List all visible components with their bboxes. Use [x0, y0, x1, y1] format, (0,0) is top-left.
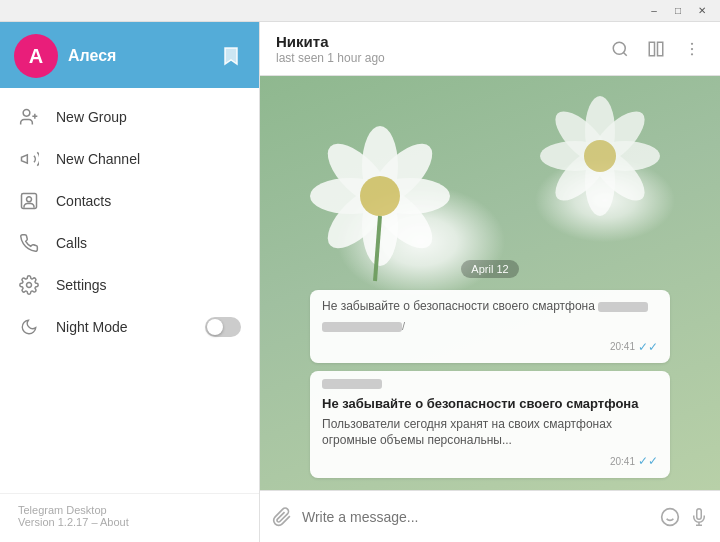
blurred-text-1: [598, 302, 648, 312]
message-2-preview: Пользователи сегодня хранят на своих сма…: [322, 416, 658, 450]
username: Алеся: [68, 47, 207, 65]
blurred-link: [322, 322, 402, 332]
group-icon: [18, 106, 40, 128]
chat-contact-name: Никита: [276, 33, 596, 50]
channel-icon: [18, 148, 40, 170]
svg-point-7: [691, 42, 693, 44]
search-button[interactable]: [604, 33, 636, 65]
sidebar-menu: New Group New Channel Contacts: [0, 88, 259, 493]
svg-point-18: [360, 176, 400, 216]
menu-label-new-group: New Group: [56, 109, 127, 125]
window-controls: – □ ✕: [644, 3, 712, 19]
sidebar-header: А Алеся: [0, 22, 259, 88]
night-mode-icon: [18, 316, 40, 338]
contacts-icon: [18, 190, 40, 212]
menu-label-new-channel: New Channel: [56, 151, 140, 167]
chat-area: Никита last seen 1 hour ago: [260, 22, 720, 542]
chat-header-actions: [604, 33, 708, 65]
message-2-time: 20:41 ✓✓: [322, 453, 658, 470]
message-2-title: Не забывайте о безопасности своего смарт…: [322, 395, 658, 413]
columns-button[interactable]: [640, 33, 672, 65]
svg-point-8: [691, 47, 693, 49]
emoji-button[interactable]: [660, 507, 680, 527]
calls-icon: [18, 232, 40, 254]
app-version[interactable]: Version 1.2.17 – About: [18, 516, 241, 528]
titlebar: – □ ✕: [0, 0, 720, 22]
date-badge: April 12: [461, 260, 518, 278]
sidebar-item-settings[interactable]: Settings: [0, 264, 259, 306]
chat-last-seen: last seen 1 hour ago: [276, 51, 596, 65]
avatar: А: [14, 34, 58, 78]
user-info: Алеся: [68, 47, 207, 65]
menu-label-calls: Calls: [56, 235, 87, 251]
toggle-knob: [207, 319, 223, 335]
svg-point-2: [27, 197, 32, 202]
message-bubble-2: Не забывайте о безопасности своего смарт…: [310, 371, 670, 478]
chat-header: Никита last seen 1 hour ago: [260, 22, 720, 76]
menu-label-contacts: Contacts: [56, 193, 111, 209]
message-1-link: /: [322, 319, 658, 334]
sender-blurred: [322, 379, 382, 389]
svg-rect-5: [649, 42, 654, 56]
sidebar-item-calls[interactable]: Calls: [0, 222, 259, 264]
sidebar: А Алеся New Group: [0, 22, 260, 542]
mic-button[interactable]: [690, 507, 708, 527]
chat-header-info: Никита last seen 1 hour ago: [276, 33, 596, 65]
night-mode-row: Night Mode: [0, 306, 259, 348]
chat-background: April 12 Не забывайте о безопасности сво…: [260, 76, 720, 490]
flower-decoration-right: [510, 76, 690, 236]
sidebar-footer: Telegram Desktop Version 1.2.17 – About: [0, 493, 259, 542]
sidebar-item-new-group[interactable]: New Group: [0, 96, 259, 138]
more-button[interactable]: [676, 33, 708, 65]
message-1-time: 20:41 ✓✓: [322, 339, 658, 356]
menu-label-settings: Settings: [56, 277, 107, 293]
messages-list: April 12 Не забывайте о безопасности сво…: [260, 252, 720, 486]
sidebar-item-new-channel[interactable]: New Channel: [0, 138, 259, 180]
sidebar-item-contacts[interactable]: Contacts: [0, 180, 259, 222]
night-mode-toggle[interactable]: [205, 317, 241, 337]
message-input[interactable]: [302, 509, 650, 525]
chat-input-area: [260, 490, 720, 542]
message-2-sender: [322, 379, 658, 389]
user-profile: А Алеся: [14, 34, 245, 78]
svg-point-29: [662, 508, 679, 525]
svg-point-9: [691, 53, 693, 55]
maximize-button[interactable]: □: [668, 3, 688, 19]
bookmark-button[interactable]: [217, 42, 245, 70]
message-1-top: Не забывайте о безопасности своего смарт…: [322, 298, 658, 315]
svg-point-0: [23, 110, 30, 117]
minimize-button[interactable]: –: [644, 3, 664, 19]
night-mode-label: Night Mode: [56, 319, 128, 335]
close-button[interactable]: ✕: [692, 3, 712, 19]
settings-icon: [18, 274, 40, 296]
app-body: А Алеся New Group: [0, 22, 720, 542]
svg-point-28: [584, 140, 616, 172]
double-check-icon: ✓✓: [638, 339, 658, 356]
svg-rect-6: [658, 42, 663, 56]
message-bubble-1: Не забывайте о безопасности своего смарт…: [310, 290, 670, 363]
attach-button[interactable]: [272, 507, 292, 527]
svg-point-3: [27, 283, 32, 288]
app-name: Telegram Desktop: [18, 504, 241, 516]
double-check-icon-2: ✓✓: [638, 453, 658, 470]
svg-point-4: [613, 42, 625, 54]
